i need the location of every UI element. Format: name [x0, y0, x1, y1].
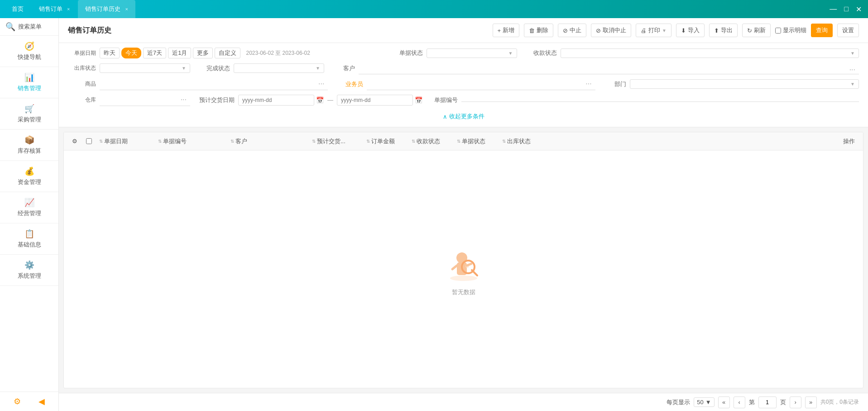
th-sort-num[interactable]: ⇅ [158, 139, 162, 144]
th-sort-date[interactable]: ⇅ [99, 139, 103, 144]
calendar-end-icon[interactable]: 📅 [415, 97, 422, 104]
salesman-dots: ··· [585, 80, 591, 88]
delivery-date-start[interactable] [238, 95, 314, 106]
customer-field[interactable]: ... [359, 62, 859, 74]
th-outbound-label: 出库状态 [507, 137, 531, 145]
warehouse-label: 仓库 [68, 96, 100, 104]
prev-page-button[interactable]: ‹ [734, 396, 745, 408]
th-ops: 操作 [553, 137, 858, 145]
order-num-field[interactable] [461, 98, 859, 102]
delivery-date-range: 📅 — 📅 [238, 95, 422, 106]
th-sort-outbound[interactable]: ⇅ [502, 139, 506, 144]
table-settings-icon[interactable]: ⚙ [72, 138, 77, 145]
maximize-icon[interactable]: □ [842, 3, 850, 15]
sidebar-item-finance[interactable]: 💰 资金管理 [0, 161, 58, 192]
receipt-status-select[interactable]: ▼ [561, 48, 859, 58]
query-label: 查询 [816, 26, 828, 34]
outbound-status-select[interactable]: ▼ [100, 63, 190, 73]
sidebar-item-shortcut[interactable]: 🧭 快捷导航 [0, 36, 58, 67]
minimize-icon[interactable]: — [828, 3, 839, 15]
date-btn-today[interactable]: 今天 [121, 48, 141, 58]
th-sort-customer[interactable]: ⇅ [230, 139, 234, 144]
customer-label: 客户 [331, 64, 359, 73]
settings-bottom-icon[interactable]: ⚙ [14, 396, 21, 406]
show-detail-input[interactable] [775, 28, 781, 34]
trend-icon: 📈 [24, 198, 34, 208]
delivery-date-label: 预计交货日期 [197, 96, 238, 104]
sidebar-item-operations[interactable]: 📈 经营管理 [0, 192, 58, 223]
refresh-button[interactable]: ↻ 刷新 [742, 24, 771, 37]
th-settings[interactable]: ⚙ [68, 138, 82, 145]
content-area: 销售订单历史 + 新增 🗑 删除 ⊘ 中止 ⊘ [59, 18, 868, 411]
query-button[interactable]: 查询 [811, 24, 833, 37]
date-btn-custom[interactable]: 自定义 [215, 48, 240, 58]
top-bar: 首页 销售订单 × 销售订单历史 × — □ ✕ [0, 0, 868, 18]
date-btn-1month[interactable]: 近1月 [168, 48, 191, 58]
sidebar-item-basic[interactable]: 📋 基础信息 [0, 223, 58, 255]
receipt-status-chevron: ▼ [850, 51, 855, 56]
sidebar-search[interactable]: 🔍 搜索菜单 [0, 18, 58, 36]
new-label: 新增 [503, 26, 514, 34]
show-detail-checkbox[interactable]: 显示明细 [775, 26, 806, 34]
tab-sales-order[interactable]: 销售订单 × [32, 0, 77, 18]
date-label: 单据日期 [68, 49, 100, 57]
th-checkbox[interactable] [82, 138, 96, 144]
salesman-field[interactable]: ··· [367, 78, 595, 90]
th-sort-delivery[interactable]: ⇅ [312, 139, 316, 144]
th-sort-receipt[interactable]: ⇅ [412, 139, 415, 144]
complete-status-select[interactable]: ▼ [234, 63, 324, 73]
chart-icon: 📊 [24, 73, 34, 82]
date-btn-yesterday[interactable]: 昨天 [100, 48, 120, 58]
collapse-sidebar-icon[interactable]: ◀ [38, 396, 45, 406]
department-select[interactable]: ▼ [630, 79, 859, 89]
tab-sales-order-label: 销售订单 [39, 5, 62, 13]
collapse-button[interactable]: ∧ 收起更多条件 [68, 110, 859, 122]
page-input[interactable] [758, 396, 777, 408]
cancel-stop-button[interactable]: ⊘ 取消中止 [591, 24, 631, 37]
department-label: 部门 [603, 80, 630, 88]
first-page-button[interactable]: « [718, 396, 730, 408]
sidebar-basic-label: 基础信息 [18, 241, 41, 249]
th-amount-label: 订单金额 [371, 137, 395, 145]
sidebar-item-sales[interactable]: 📊 销售管理 [0, 67, 58, 98]
delete-button[interactable]: 🗑 删除 [524, 24, 553, 37]
salesman-label: 业务员 [335, 80, 367, 88]
new-button[interactable]: + 新增 [493, 24, 520, 37]
tab-home[interactable]: 首页 [5, 0, 31, 18]
page-size-select[interactable]: 50 ▼ [694, 397, 714, 407]
next-page-button[interactable]: › [790, 396, 801, 408]
delivery-date-end[interactable] [337, 95, 413, 106]
export-button[interactable]: ⬆ 导出 [709, 24, 738, 37]
total-info: 共0页，0条记录 [820, 398, 859, 406]
customer-dots[interactable]: ... [849, 64, 855, 72]
tab-sales-order-close[interactable]: × [67, 6, 70, 12]
money-icon: 💰 [24, 166, 34, 176]
th-sort-amount[interactable]: ⇅ [366, 139, 370, 144]
order-status-select[interactable]: ▼ [427, 48, 517, 58]
sidebar-item-system[interactable]: ⚙️ 系统管理 [0, 255, 58, 286]
search-icon: 🔍 [5, 22, 15, 32]
sidebar-operations-label: 经营管理 [18, 209, 41, 218]
date-btn-more[interactable]: 更多 [193, 48, 213, 58]
svg-point-0 [450, 276, 477, 281]
stop-button[interactable]: ⊘ 中止 [558, 24, 586, 37]
th-sort-order[interactable]: ⇅ [457, 139, 460, 144]
tab-sales-order-history-close[interactable]: × [125, 6, 128, 12]
warehouse-field[interactable]: ··· [100, 94, 190, 106]
print-button[interactable]: 🖨 打印 ▼ [636, 24, 671, 37]
sidebar-finance-label: 资金管理 [18, 178, 41, 186]
import-button[interactable]: ⬇ 导入 [676, 24, 705, 37]
product-field[interactable]: ··· [100, 78, 328, 90]
calendar-start-icon[interactable]: 📅 [316, 97, 324, 104]
page-size-chevron: ▼ [705, 399, 711, 406]
close-icon[interactable]: ✕ [854, 3, 863, 15]
order-status-chevron: ▼ [508, 51, 513, 56]
sidebar-item-purchase[interactable]: 🛒 采购管理 [0, 98, 58, 130]
last-page-button[interactable]: » [805, 396, 817, 408]
settings-button[interactable]: 设置 [837, 24, 859, 37]
sidebar-item-inventory[interactable]: 📦 库存核算 [0, 130, 58, 161]
date-btn-7days[interactable]: 近7天 [143, 48, 166, 58]
tab-sales-order-history[interactable]: 销售订单历史 × [78, 0, 135, 18]
warehouse-dots: ··· [181, 96, 187, 104]
select-all-checkbox[interactable] [86, 138, 92, 144]
